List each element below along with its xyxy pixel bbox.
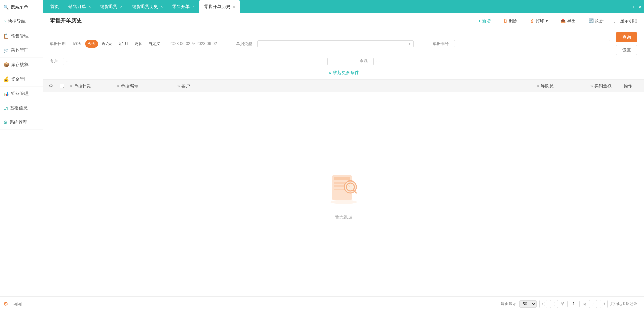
print-label: 打印 [536,18,544,24]
page-title: 零售开单历史 [50,17,82,24]
filter-row-1: 单据日期 昨天今天近7天近1月更多自定义 2023-06-02 至 2023-0… [50,32,637,55]
sidebar-item-finance[interactable]: 💰资金管理 [0,72,43,87]
sidebar-item-sales-mgmt[interactable]: 📋销售管理 [0,29,43,43]
date-shortcut-近1月[interactable]: 近1月 [116,40,131,48]
tab-close-sales-order[interactable]: × [89,5,91,9]
sidebar-menu: ⌂快捷导航📋销售管理🛒采购管理📦库存核算💰资金管理📊经营管理🗂基础信息⚙系统管理 [0,14,43,296]
sort-icon5: ⇅ [590,84,593,88]
sidebar-label-finance: 资金管理 [11,76,29,82]
tab-retail-open[interactable]: 零售开单× [167,0,199,13]
collapse-sidebar-icon[interactable]: ◀◀ [13,301,21,307]
base-info-icon: 🗂 [3,105,8,111]
tab-sales-return-history[interactable]: 销货退货历史× [127,0,167,13]
tab-label-sales-return-history: 销货退货历史 [132,4,158,10]
tab-sales-order[interactable]: 销售订单× [64,0,95,13]
select-all-checkbox[interactable] [60,84,64,88]
sidebar-item-purchase-mgmt[interactable]: 🛒采购管理 [0,43,43,58]
date-shortcuts: 昨天今天近7天近1月更多自定义 [71,40,163,48]
sort-icon4: ⇅ [537,84,539,88]
quick-nav-icon: ⌂ [3,19,6,24]
doc-number-input[interactable] [454,40,610,47]
tab-close-sales-return-history[interactable]: × [161,5,163,9]
filter-row-2: 客户 ··· 商品 ··· [50,58,637,65]
export-icon: 📤 [560,18,566,23]
tab-home[interactable]: 首页 [46,0,64,13]
maximize-btn[interactable]: □ [634,4,636,9]
sidebar-label-system: 系统管理 [10,119,27,125]
th-guide[interactable]: ⇅ 导购员 [534,83,574,89]
finance-icon: 💰 [3,76,9,82]
purchase-mgmt-icon: 🛒 [3,48,9,53]
goods-placeholder: ··· [376,59,380,64]
page-size-select[interactable]: 2050100 [519,300,537,308]
divider4 [582,18,582,24]
system-icon: ⚙ [3,120,8,125]
date-shortcut-更多[interactable]: 更多 [132,40,145,48]
delete-button[interactable]: 🗑 删除 [501,17,519,25]
gear-icon[interactable]: ⚙ [3,301,8,307]
divider5 [610,18,610,24]
doc-type-select[interactable]: ▾ [257,40,414,47]
sort-icon: ⇅ [70,84,72,88]
th-customer-label: 客户 [181,83,190,89]
show-detail-input[interactable] [614,19,618,23]
sidebar: 🔍 搜索采单 ⌂快捷导航📋销售管理🛒采购管理📦库存核算💰资金管理📊经营管理🗂基础… [0,0,43,311]
checkbox-col[interactable] [56,84,67,88]
minimize-btn[interactable]: — [627,4,631,9]
customer-select[interactable]: ··· [63,58,328,65]
export-button[interactable]: 📤 导出 [558,17,578,25]
sidebar-bottom: ⚙ ◀◀ [0,296,43,311]
add-button[interactable]: + 新增 [476,17,493,25]
first-page-btn[interactable]: ⟨⟨ [539,300,547,308]
th-date[interactable]: ⇅ 单据日期 [67,83,114,89]
refresh-icon: 🔄 [588,18,594,23]
sidebar-item-base-info[interactable]: 🗂基础信息 [0,101,43,115]
th-number[interactable]: ⇅ 单据编号 [114,83,175,89]
last-page-btn[interactable]: ⟩⟩ [600,300,608,308]
settings-button[interactable]: 设置 [616,45,637,55]
date-shortcut-自定义[interactable]: 自定义 [146,40,163,48]
date-shortcut-今天[interactable]: 今天 [85,40,98,48]
goods-select[interactable]: ··· [373,58,638,65]
export-label: 导出 [567,18,576,24]
empty-state: 暂无数据 [43,92,644,296]
page-total: 共0页, 0条记录 [610,301,637,307]
print-button[interactable]: 🖨 打印 ▾ [528,17,550,25]
add-label: + 新增 [478,18,491,24]
tab-retail-history[interactable]: 零售开单历史× [199,0,240,13]
current-page-input[interactable] [567,301,580,307]
settings-col[interactable]: ⚙ [46,83,56,88]
per-page-label: 每页显示 [501,301,517,307]
tab-close-retail-history[interactable]: × [233,5,235,9]
date-shortcut-昨天[interactable]: 昨天 [71,40,84,48]
th-amount[interactable]: ⇅ 实销金额 [574,83,614,89]
svg-point-0 [330,200,357,204]
close-btn[interactable]: × [639,4,641,9]
sidebar-search[interactable]: 🔍 搜索采单 [0,0,43,14]
table-area: ⚙ ⇅ 单据日期 ⇅ 单据编号 ⇅ 客户 ⇅ 导购员 ⇅ 实销金额 [43,80,644,296]
query-button[interactable]: 查询 [616,32,637,42]
sidebar-item-inventory[interactable]: 📦库存核算 [0,58,43,72]
sidebar-item-operations[interactable]: 📊经营管理 [0,87,43,101]
sidebar-item-system[interactable]: ⚙系统管理 [0,115,43,130]
date-shortcut-近7天[interactable]: 近7天 [99,40,114,48]
refresh-button[interactable]: 🔄 刷新 [586,17,606,25]
tab-close-sales-return[interactable]: × [120,5,122,9]
inventory-icon: 📦 [3,62,9,67]
svg-rect-5 [334,189,344,190]
show-detail-label: 显示明细 [620,18,637,24]
th-action-label: 操作 [624,83,632,89]
next-page-btn[interactable]: ⟩ [589,300,597,308]
tab-close-retail-open[interactable]: × [192,5,194,9]
prev-page-btn[interactable]: ⟨ [550,300,558,308]
show-detail-checkbox[interactable]: 显示明细 [614,18,637,24]
sidebar-item-quick-nav[interactable]: ⌂快捷导航 [0,14,43,29]
th-customer[interactable]: ⇅ 客户 [175,83,534,89]
empty-text: 暂无数据 [335,214,352,220]
print-arrow: ▾ [546,18,548,23]
tab-sales-return[interactable]: 销货退货× [95,0,127,13]
tab-label-retail-open: 零售开单 [172,4,190,10]
collapse-more-btn[interactable]: ∧ 收起更多条件 [50,68,637,77]
toolbar: + 新增 🗑 删除 🖨 打印 ▾ 📤 导出 🔄 刷新 [476,17,637,25]
table-header: ⚙ ⇅ 单据日期 ⇅ 单据编号 ⇅ 客户 ⇅ 导购员 ⇅ 实销金额 [43,80,644,92]
